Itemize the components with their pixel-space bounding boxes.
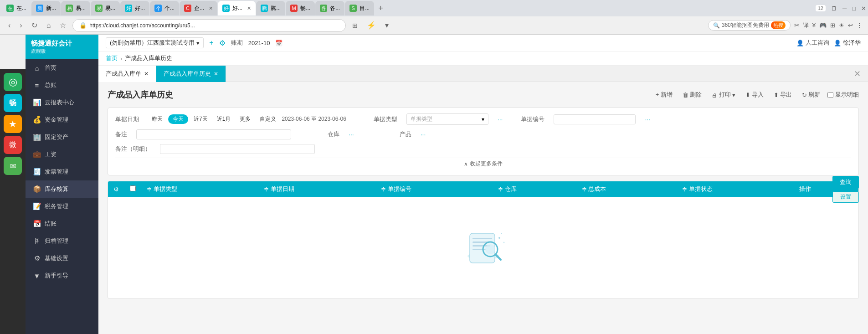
th-check[interactable] — [124, 181, 141, 197]
type-selector[interactable]: 单据类型 ▾ — [406, 113, 488, 125]
home-button[interactable]: ⌂ — [44, 20, 54, 31]
forward-button[interactable]: › — [17, 20, 25, 31]
settings-dots-icon[interactable]: ⋮ — [857, 22, 863, 29]
undo-icon[interactable]: ↩ — [848, 22, 853, 29]
nav-item-inventory[interactable]: 📦 库存核算 — [26, 180, 98, 198]
browser-tab-4[interactable]: 易 易... — [91, 1, 120, 15]
note-input[interactable] — [136, 129, 291, 139]
th-warehouse[interactable]: ≑ 仓库 — [493, 181, 576, 197]
import-button[interactable]: ⬇ 导入 — [743, 89, 766, 100]
warehouse-more-icon[interactable]: ··· — [349, 131, 354, 138]
collapse-button[interactable]: ∧ 收起更多条件 — [464, 160, 503, 168]
date-opt-custom[interactable]: 自定义 — [256, 114, 280, 124]
browser-tab-5[interactable]: 好 好... — [120, 1, 149, 15]
restore-window-icon[interactable]: 🗒 — [831, 5, 837, 12]
back-button[interactable]: ‹ — [5, 20, 13, 31]
app-icon-weibo[interactable]: 微 — [4, 136, 22, 154]
refresh-button[interactable]: ↻ 刷新 — [799, 89, 823, 100]
company-selector[interactable]: (勿删勿禁用）江西服宝测试专用 ▾ — [106, 37, 204, 48]
translate-icon[interactable]: 译 — [803, 21, 809, 30]
delete-button[interactable]: 🗑 删除 — [680, 89, 704, 100]
currency-icon[interactable]: ¥ — [812, 22, 816, 29]
nav-item-ledger[interactable]: ≡ 总账 — [26, 77, 98, 94]
nav-item-funds[interactable]: 💰 资金管理 — [26, 111, 98, 128]
maximize-icon[interactable]: □ — [852, 5, 856, 12]
tab-list-close-icon[interactable]: ✕ — [144, 71, 149, 77]
query-button[interactable]: 查询 — [832, 176, 859, 189]
browser-tab-9[interactable]: 腾 腾... — [256, 1, 285, 15]
address-input[interactable]: 🔒 https://cloud.chanjet.com/accounting/u… — [72, 19, 346, 32]
new-button[interactable]: + 新增 — [653, 89, 675, 100]
dropdown-button[interactable]: ▾ — [382, 19, 391, 31]
new-tab-button[interactable]: + — [375, 4, 387, 13]
product-more-icon[interactable]: ··· — [421, 131, 426, 138]
company-settings-button[interactable]: ⚙ — [219, 39, 226, 47]
calendar-icon[interactable]: 📅 — [275, 40, 282, 46]
nav-item-salary[interactable]: 💼 工资 — [26, 146, 98, 163]
app-icon-email[interactable]: ✉ — [4, 157, 22, 175]
browser-tab-11[interactable]: 各 各... — [315, 1, 344, 15]
nav-item-reports[interactable]: 📊 云报表中心 — [26, 94, 98, 111]
browser-tab-1[interactable]: 在 在... — [2, 1, 31, 15]
number-input[interactable] — [554, 114, 636, 124]
nav-item-invoice[interactable]: 🧾 发票管理 — [26, 163, 98, 180]
app-icon-chanjet[interactable]: 畅 — [4, 94, 22, 112]
search-box-360[interactable]: 🔍 360智能抠图免费用 热搜 — [708, 20, 791, 31]
note-detail-input[interactable] — [160, 144, 315, 154]
refresh-button[interactable]: ↻ — [29, 19, 40, 31]
show-detail-checkbox[interactable]: 显示明细 — [827, 91, 859, 99]
export-button[interactable]: ⬆ 导出 — [771, 89, 795, 100]
user-service-btn[interactable]: 👤 人工咨询 — [796, 39, 829, 47]
nav-item-settings[interactable]: ⚙ 基础设置 — [26, 250, 98, 267]
app-icon-main[interactable]: ◎ — [4, 73, 22, 91]
date-opt-1month[interactable]: 近1月 — [213, 114, 235, 124]
nav-item-home[interactable]: ⌂ 首页 — [26, 59, 98, 77]
app-icon-star[interactable]: ★ — [4, 115, 22, 133]
nav-item-tax[interactable]: 📝 税务管理 — [26, 198, 98, 215]
type-more-icon[interactable]: ··· — [498, 116, 503, 123]
th-settings[interactable]: ⚙ — [108, 181, 124, 197]
breadcrumb-home[interactable]: 首页 — [106, 54, 118, 62]
browser-tab-10[interactable]: M 畅... — [286, 1, 315, 15]
bookmark-button[interactable]: ☆ — [57, 19, 69, 31]
close-tab-8-icon[interactable]: ✕ — [247, 5, 251, 11]
date-opt-yesterday[interactable]: 昨天 — [148, 114, 166, 124]
add-company-button[interactable]: + — [209, 39, 213, 47]
lightning-button[interactable]: ⚡ — [364, 19, 379, 31]
browser-tab-6[interactable]: 个 个... — [150, 1, 179, 15]
date-opt-7days[interactable]: 近7天 — [190, 114, 211, 124]
cut-icon[interactable]: ✂ — [794, 22, 799, 29]
nav-item-checkout[interactable]: 📅 结账 — [26, 215, 98, 232]
date-opt-today[interactable]: 今天 — [168, 114, 188, 124]
date-opt-more[interactable]: 更多 — [236, 114, 254, 124]
close-page-icon[interactable]: ✕ — [854, 69, 868, 79]
user-avatar[interactable]: 👤 徐泽华 — [834, 39, 861, 47]
minimize-icon[interactable]: ─ — [842, 5, 847, 12]
settings-button[interactable]: 设置 — [832, 191, 859, 203]
extensions-button[interactable]: ⊞ — [349, 20, 360, 31]
browser-tab-8[interactable]: 好 好... ✕ — [218, 1, 256, 15]
select-all-checkbox[interactable] — [130, 185, 136, 191]
period-value[interactable]: 2021-10 — [248, 40, 270, 46]
nav-item-assets[interactable]: 🏢 固定资产 — [26, 128, 98, 146]
close-window-icon[interactable]: ✕ — [861, 5, 866, 12]
close-tab-7-icon[interactable]: ✕ — [209, 5, 213, 11]
th-date[interactable]: ≑ 单据日期 — [258, 181, 375, 197]
print-button[interactable]: 🖨 打印 ▾ — [709, 89, 738, 100]
tab-history-close-icon[interactable]: ✕ — [214, 71, 218, 77]
theme-icon[interactable]: ☀ — [839, 22, 844, 29]
browser-tab-3[interactable]: 易 易... — [61, 1, 90, 15]
tab-list[interactable]: 产成品入库单 ✕ — [98, 66, 156, 82]
tab-history[interactable]: 产成品入库单历史 ✕ — [156, 66, 226, 82]
browser-tab-2[interactable]: 新 新... — [31, 1, 61, 15]
show-detail-input[interactable] — [827, 92, 833, 98]
number-more-icon[interactable]: ··· — [645, 116, 650, 123]
browser-tab-12[interactable]: S 目... — [345, 1, 374, 15]
th-type[interactable]: ≑ 单据类型 — [141, 181, 258, 197]
game-icon[interactable]: 🎮 — [819, 22, 827, 29]
nav-item-guide[interactable]: ▼ 新手引导 — [26, 267, 98, 284]
th-number[interactable]: ≑ 单据编号 — [375, 181, 493, 197]
th-status[interactable]: ≑ 单据状态 — [677, 181, 794, 197]
nav-item-archive[interactable]: 🗄 归档管理 — [26, 232, 98, 250]
browser-tab-7[interactable]: C 企... ✕ — [180, 1, 217, 15]
